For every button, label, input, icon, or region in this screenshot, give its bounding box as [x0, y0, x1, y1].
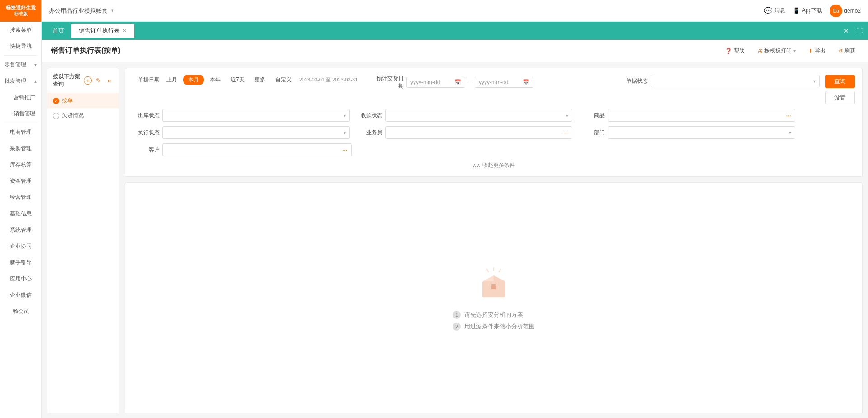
app-download-button[interactable]: 📱 App下载	[793, 7, 822, 14]
help-label: 帮助	[734, 47, 745, 55]
dept-arrow-icon: ▾	[789, 130, 791, 135]
logo-line1: 畅捷通好生意	[6, 5, 36, 11]
svg-rect-3	[491, 284, 496, 285]
expected-date-end[interactable]: yyyy-mm-dd 📅	[475, 77, 533, 88]
collection-arrow-icon: ▾	[566, 113, 568, 118]
print-dropdown-icon[interactable]: ▾	[793, 48, 796, 53]
sidebar-item-inventory-label: 库存核算	[10, 161, 32, 169]
customer-input[interactable]: ···	[162, 143, 352, 156]
sidebar-item-enterprise-label: 企业协同	[10, 242, 32, 250]
user-avatar-text: Ea	[833, 8, 839, 14]
execute-arrow-icon: ▾	[344, 130, 346, 135]
sidebar-item-purchase[interactable]: 采购管理	[0, 140, 41, 157]
sidebar-item-sales-label: 销售管理	[14, 110, 35, 118]
sidebar-item-guide[interactable]: 新手引导	[0, 254, 41, 271]
tab-sales-order-label: 销售订单执行表	[79, 27, 120, 35]
date-btn-last-month[interactable]: 上月	[162, 75, 181, 85]
page-header-actions: ❓ 帮助 🖨 按模板打印 ▾ ⬇ 导出 ↺ 刷新	[722, 45, 859, 62]
step-1-text: 请先选择要分析的方案	[464, 311, 523, 319]
tab-close-all-icon[interactable]: ✕	[842, 25, 851, 36]
goods-dots-icon[interactable]: ···	[786, 112, 791, 119]
export-icon: ⬇	[808, 48, 813, 54]
date-btn-this-year[interactable]: 本年	[206, 75, 225, 85]
tab-close-icon[interactable]: ✕	[123, 28, 127, 33]
user-avatar: Ea	[830, 5, 842, 17]
user-name: demo2	[844, 8, 861, 14]
query-button[interactable]: 查询	[825, 75, 855, 88]
refresh-button[interactable]: ↺ 刷新	[835, 45, 859, 57]
svg-line-6	[499, 269, 500, 272]
customer-dots-icon[interactable]: ···	[342, 146, 348, 153]
date-btn-last7days[interactable]: 近7天	[226, 75, 249, 85]
collection-status-select[interactable]: ▾	[385, 109, 573, 122]
date-separator: —	[467, 79, 473, 86]
edit-plan-button[interactable]: ✎	[94, 76, 103, 85]
collapse-panel-button[interactable]: «	[105, 76, 113, 85]
sidebar-item-purchase-label: 采购管理	[10, 145, 32, 152]
customer-label: 客户	[132, 146, 160, 154]
dept-select[interactable]: ▾	[608, 126, 795, 139]
sidebar-item-app-center[interactable]: 应用中心	[0, 271, 41, 287]
user-menu[interactable]: Ea demo2	[830, 5, 861, 17]
svg-line-7	[487, 269, 488, 272]
message-label: 消息	[774, 7, 785, 14]
sidebar-item-member-label: 畅会员	[13, 308, 29, 315]
goods-input[interactable]: ···	[608, 109, 795, 122]
sidebar-item-retail-mgmt[interactable]: 零售管理 ▾	[0, 57, 41, 73]
sidebar-item-inventory[interactable]: 库存核算	[0, 157, 41, 173]
page-content: 销售订单执行表(按单) ❓ 帮助 🖨 按模板打印 ▾ ⬇ 导出 ↺ 刷新	[42, 40, 868, 418]
date-btn-more[interactable]: 更多	[250, 75, 269, 85]
sidebar-item-basic-info[interactable]: 基础信息	[0, 205, 41, 222]
step-2-text: 用过滤条件来缩小分析范围	[464, 323, 535, 331]
collection-status-label: 收款状态	[355, 112, 382, 119]
delivery-status-select[interactable]: ▾	[162, 109, 350, 122]
help-button[interactable]: ❓ 帮助	[722, 45, 748, 57]
edit-plan-icon: ✎	[96, 77, 101, 84]
sidebar-item-quick-nav[interactable]: 快捷导航	[0, 38, 41, 54]
export-button[interactable]: ⬇ 导出	[805, 45, 829, 57]
right-panel: 单据日期 上月 本月 本年 近7天 更多 自定义 2023-03-01 至 20…	[125, 68, 863, 413]
wholesale-arrow-icon: ▴	[34, 79, 37, 84]
sidebar-item-corp-wechat[interactable]: 企业微信	[0, 287, 41, 303]
empty-step-1: 1 请先选择要分析的方案	[453, 311, 535, 319]
execute-status-select[interactable]: ▾	[162, 126, 350, 139]
add-plan-button[interactable]: +	[84, 76, 92, 85]
tab-home[interactable]: 首页	[45, 24, 71, 38]
empty-illustration	[471, 266, 516, 302]
sidebar-item-finance-label: 资金管理	[10, 177, 32, 185]
topbar-dropdown-icon[interactable]: ▾	[111, 8, 114, 14]
message-button[interactable]: 💬 消息	[764, 7, 785, 15]
sidebar-item-sales-mgmt[interactable]: 销售管理	[0, 105, 41, 122]
sidebar-item-system[interactable]: 系统管理	[0, 222, 41, 238]
sidebar-item-member[interactable]: 畅会员	[0, 303, 41, 319]
status-select[interactable]: ▾	[651, 75, 820, 87]
expected-date-start[interactable]: yyyy-mm-dd 📅	[406, 77, 465, 88]
settings-button[interactable]: 设置	[825, 91, 855, 104]
sidebar-item-marketing-label: 营销推广	[14, 94, 35, 101]
collapse-bar[interactable]: ∧∧ 收起更多条件	[132, 159, 855, 170]
plan-item-debt[interactable]: 欠货情况	[47, 108, 119, 123]
date-btn-custom[interactable]: 自定义	[271, 75, 296, 85]
tab-fullscreen-icon[interactable]: ⛶	[854, 25, 864, 36]
salesperson-label: 业务员	[355, 129, 382, 137]
tab-sales-order[interactable]: 销售订单执行表 ✕	[71, 24, 134, 38]
step-num-2: 2	[453, 323, 461, 331]
sidebar-item-enterprise[interactable]: 企业协同	[0, 238, 41, 254]
sidebar-item-search-menu[interactable]: 搜索菜单	[0, 22, 41, 38]
sidebar-item-operations[interactable]: 经营管理	[0, 189, 41, 205]
plan-inactive-dot	[53, 113, 59, 119]
template-print-button[interactable]: 🖨 按模板打印 ▾	[754, 45, 799, 57]
sidebar-item-ecommerce[interactable]: 电商管理	[0, 124, 41, 140]
sidebar-item-search-menu-label: 搜索菜单	[10, 26, 32, 34]
plan-active-dot: ✓	[53, 98, 59, 104]
plan-item-order[interactable]: ✓ 按单	[47, 93, 119, 108]
sidebar-item-wholesale-mgmt[interactable]: 批发管理 ▴	[0, 73, 41, 89]
dept-label: 部门	[578, 129, 605, 137]
salesperson-dots-icon[interactable]: ···	[563, 129, 569, 136]
step-num-1: 1	[453, 311, 461, 319]
date-btn-this-month[interactable]: 本月	[183, 75, 204, 85]
sidebar-item-marketing[interactable]: 营销推广	[0, 89, 41, 105]
sidebar-item-finance[interactable]: 资金管理	[0, 173, 41, 189]
tabbar-actions: ✕ ⛶	[842, 25, 864, 36]
salesperson-input[interactable]: ···	[385, 126, 573, 139]
